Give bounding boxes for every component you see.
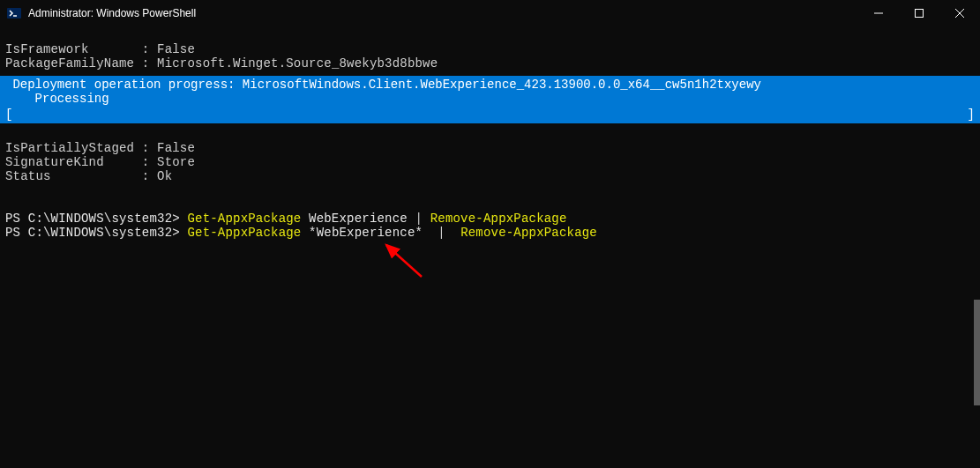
output-line: IsPartiallyStaged : False xyxy=(5,141,195,155)
terminal-output-2[interactable]: IsPartiallyStaged : False SignatureKind … xyxy=(0,125,980,241)
output-line: Status : Ok xyxy=(5,169,172,183)
close-button[interactable] xyxy=(939,0,980,26)
scrollbar-thumb[interactable] xyxy=(974,300,980,405)
window-title: Administrator: Windows PowerShell xyxy=(28,7,858,19)
maximize-button[interactable] xyxy=(899,0,939,26)
progress-block: Deployment operation progress: Microsoft… xyxy=(0,76,980,123)
annotation-arrow-icon xyxy=(379,240,432,284)
minimize-button[interactable] xyxy=(858,0,899,26)
progress-status: Processing xyxy=(5,92,109,106)
svg-rect-0 xyxy=(7,8,21,19)
progress-text: Deployment operation progress: Microsoft… xyxy=(5,78,761,92)
titlebar[interactable]: Administrator: Windows PowerShell xyxy=(0,0,980,26)
svg-rect-3 xyxy=(916,10,924,18)
command-line: PS C:\WINDOWS\system32> Get-AppxPackage … xyxy=(5,212,567,226)
svg-line-7 xyxy=(386,245,422,277)
output-line: SignatureKind : Store xyxy=(5,155,195,169)
window-controls xyxy=(858,0,980,26)
output-line: PackageFamilyName : Microsoft.Winget.Sou… xyxy=(5,56,438,71)
output-line: IsFramework : False xyxy=(5,42,195,56)
powershell-icon xyxy=(7,6,21,20)
terminal-output[interactable]: IsFramework : False PackageFamilyName : … xyxy=(0,26,980,72)
progress-bar: [ ] xyxy=(0,108,980,123)
command-line: PS C:\WINDOWS\system32> Get-AppxPackage … xyxy=(5,226,597,240)
